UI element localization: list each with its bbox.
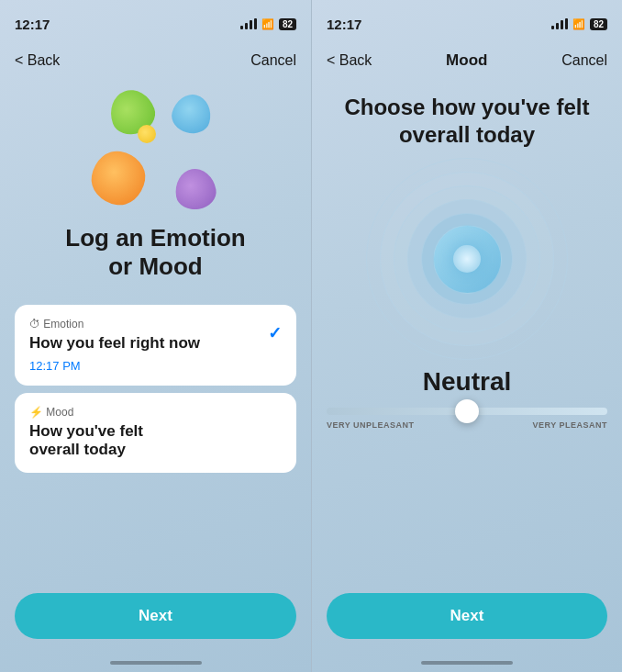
main-title: Log an Emotion or Mood xyxy=(47,224,263,281)
mood-page-title: Choose how you've felt overall today xyxy=(317,94,616,149)
flower-yellow xyxy=(138,125,156,143)
right-signal-icon xyxy=(551,18,568,29)
left-wifi-icon: 📶 xyxy=(261,18,274,30)
mood-card[interactable]: ⚡ Mood How you've felt overall today xyxy=(15,393,296,473)
emotion-checkmark-icon: ✓ xyxy=(268,323,282,343)
slider-left-label: VERY UNPLEASANT xyxy=(327,420,415,430)
right-status-icons: 📶 82 xyxy=(551,18,607,30)
left-signal-icon xyxy=(240,18,257,29)
right-nav-title: Mood xyxy=(446,51,487,70)
left-battery: 82 xyxy=(279,18,296,30)
mood-slider-thumb[interactable] xyxy=(455,399,479,423)
mood-slider-container: VERY UNPLEASANT VERY PLEASANT xyxy=(327,408,607,430)
right-next-button[interactable]: Next xyxy=(327,593,607,639)
right-cancel-button[interactable]: Cancel xyxy=(561,52,607,69)
right-status-bar: 12:17 📶 82 xyxy=(312,0,622,40)
mood-card-title: How you've felt overall today xyxy=(29,422,143,460)
left-cancel-button[interactable]: Cancel xyxy=(250,52,296,69)
option-cards: ⏱ Emotion How you feel right now 12:17 P… xyxy=(0,290,311,472)
emotion-card[interactable]: ⏱ Emotion How you feel right now 12:17 P… xyxy=(15,305,296,385)
mood-slider-track xyxy=(327,408,607,415)
right-status-time: 12:17 xyxy=(327,17,361,32)
flower-purple xyxy=(172,166,218,213)
right-wifi-icon: 📶 xyxy=(572,18,585,30)
left-back-button[interactable]: < Back xyxy=(15,52,60,69)
right-home-indicator xyxy=(421,661,513,665)
right-back-button[interactable]: < Back xyxy=(327,52,372,69)
emotion-card-content: ⏱ Emotion How you feel right now 12:17 P… xyxy=(29,318,200,372)
left-status-icons: 📶 82 xyxy=(240,18,296,30)
left-home-indicator xyxy=(110,661,202,665)
flowers-illustration xyxy=(83,90,229,209)
right-nav-bar: < Back Mood Cancel xyxy=(312,40,622,81)
left-nav-bar: < Back Cancel xyxy=(0,40,311,81)
left-status-bar: 12:17 📶 82 xyxy=(0,0,311,40)
emotion-card-title: How you feel right now xyxy=(29,334,200,353)
emotion-card-label: ⏱ Emotion xyxy=(29,318,200,330)
mood-card-content: ⚡ Mood How you've felt overall today xyxy=(29,406,143,460)
ring-center xyxy=(453,245,481,273)
mood-card-label: ⚡ Mood xyxy=(29,406,143,419)
left-next-button[interactable]: Next xyxy=(15,593,296,639)
right-battery: 82 xyxy=(590,18,607,30)
mood-visual xyxy=(357,158,577,360)
slider-right-label: VERY PLEASANT xyxy=(532,420,607,430)
flower-orange xyxy=(87,147,149,208)
right-panel: 12:17 📶 82 < Back Mood Cancel Choose how… xyxy=(311,0,622,672)
mood-value-label: Neutral xyxy=(423,367,511,397)
left-status-time: 12:17 xyxy=(15,17,50,32)
emotion-card-time: 12:17 PM xyxy=(29,359,200,373)
flower-blue xyxy=(168,90,215,137)
left-panel: 12:17 📶 82 < Back Cancel Log an Emotion … xyxy=(0,0,311,672)
